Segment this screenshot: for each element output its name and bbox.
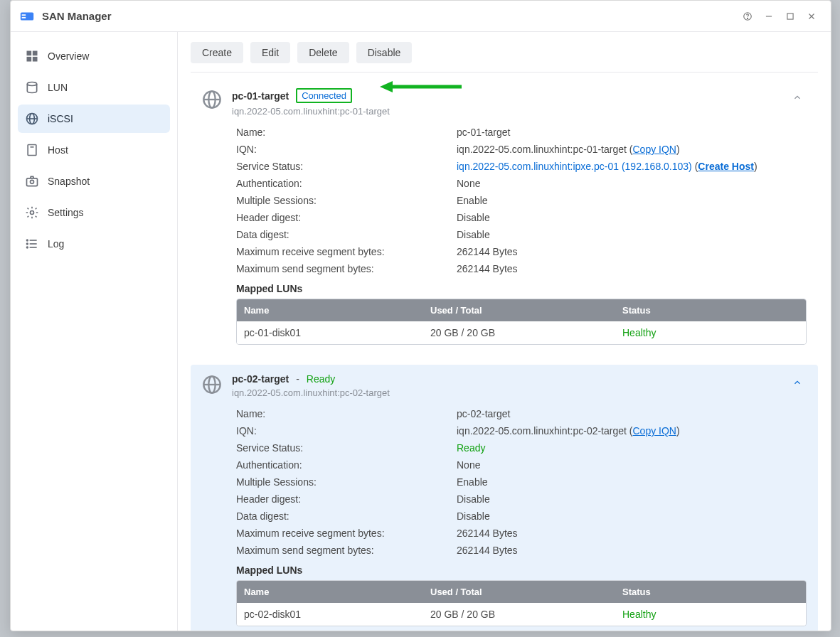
svg-point-21 — [31, 211, 34, 215]
value-max-recv: 262144 Bytes — [457, 528, 518, 539]
col-header-used: Used / Total — [423, 299, 615, 321]
collapse-toggle[interactable] — [788, 88, 807, 109]
value-data-digest: Disable — [457, 229, 490, 240]
sidebar-item-label: Snapshot — [48, 176, 90, 187]
label-data-digest: Data digest: — [236, 510, 457, 522]
value-name: pc-02-target — [457, 408, 510, 419]
gear-icon — [25, 205, 39, 220]
create-button[interactable]: Create — [191, 42, 243, 63]
label-header-digest: Header digest: — [236, 493, 457, 505]
label-service-status: Service Status: — [236, 161, 457, 172]
value-header-digest: Disable — [457, 212, 490, 223]
svg-point-26 — [27, 243, 28, 245]
svg-point-13 — [27, 82, 36, 86]
svg-rect-10 — [33, 51, 38, 56]
globe-icon — [25, 112, 39, 126]
delete-button[interactable]: Delete — [297, 42, 349, 63]
value-authentication: None — [457, 178, 480, 189]
lun-status: Healthy — [615, 321, 806, 344]
target-card[interactable]: pc-01-target Connected iqn.2022-05.com.l… — [191, 80, 818, 356]
target-iqn-sub: iqn.2022-05.com.linuxhint:pc-02-target — [232, 387, 778, 398]
status-badge-ready: Ready — [307, 373, 335, 385]
mapped-luns-heading: Mapped LUNs — [236, 564, 807, 576]
sidebar: Overview LUN iSCSI Host Snapshot Setting… — [11, 32, 178, 631]
table-row[interactable]: pc-02-disk01 20 GB / 20 GB Healthy — [237, 603, 806, 626]
svg-rect-17 — [28, 145, 36, 156]
help-button[interactable] — [737, 6, 758, 27]
minimize-button[interactable] — [758, 6, 780, 27]
svg-rect-12 — [33, 57, 38, 62]
sidebar-item-label: iSCSI — [48, 113, 73, 124]
titlebar: SAN Manager — [11, 1, 831, 32]
sidebar-item-lun[interactable]: LUN — [18, 73, 170, 102]
label-max-recv: Maximum receive segment bytes: — [236, 528, 457, 539]
label-multiple-sessions: Multiple Sessions: — [236, 476, 457, 488]
lun-table: Name Used / Total Status pc-01-disk01 20… — [236, 299, 807, 345]
label-multiple-sessions: Multiple Sessions: — [236, 195, 457, 206]
svg-rect-1 — [22, 14, 26, 16]
collapse-toggle[interactable] — [788, 373, 807, 394]
edit-button[interactable]: Edit — [250, 42, 290, 63]
label-iqn: IQN: — [236, 425, 457, 437]
lun-name: pc-01-disk01 — [237, 321, 423, 344]
label-authentication: Authentication: — [236, 178, 457, 189]
app-title: SAN Manager — [42, 10, 112, 22]
col-header-used: Used / Total — [423, 581, 615, 603]
value-iqn: iqn.2022-05.com.linuxhint:pc-01-target (… — [457, 144, 680, 155]
value-authentication: None — [457, 459, 480, 471]
col-header-status: Status — [615, 299, 806, 321]
sidebar-item-label: LUN — [48, 82, 68, 93]
svg-rect-19 — [27, 178, 38, 186]
sidebar-item-overview[interactable]: Overview — [18, 42, 170, 70]
svg-point-20 — [31, 180, 34, 183]
lun-name: pc-02-disk01 — [237, 603, 423, 626]
sidebar-item-host[interactable]: Host — [18, 136, 170, 164]
sidebar-item-iscsi[interactable]: iSCSI — [18, 105, 170, 133]
label-header-digest: Header digest: — [236, 212, 457, 223]
svg-rect-6 — [787, 13, 793, 18]
sidebar-item-label: Host — [48, 144, 68, 156]
svg-point-25 — [27, 240, 28, 241]
sidebar-item-settings[interactable]: Settings — [18, 198, 170, 227]
table-row[interactable]: pc-01-disk01 20 GB / 20 GB Healthy — [237, 321, 806, 344]
create-host-link[interactable]: Create Host — [698, 161, 754, 172]
sidebar-item-snapshot[interactable]: Snapshot — [18, 167, 170, 196]
label-authentication: Authentication: — [236, 459, 457, 471]
sidebar-item-label: Log — [48, 238, 64, 250]
target-card[interactable]: pc-02-target - Ready iqn.2022-05.com.lin… — [191, 365, 818, 631]
target-iqn-sub: iqn.2022-05.com.linuxhint:pc-01-target — [232, 106, 778, 117]
mapped-luns-heading: Mapped LUNs — [236, 283, 807, 294]
svg-rect-2 — [22, 16, 26, 18]
value-max-send: 262144 Bytes — [457, 263, 518, 274]
value-multiple-sessions: Enable — [457, 476, 488, 488]
maximize-button[interactable] — [780, 6, 801, 27]
lun-used: 20 GB / 20 GB — [423, 321, 615, 344]
globe-icon — [202, 90, 222, 109]
dashboard-icon — [25, 49, 39, 63]
label-data-digest: Data digest: — [236, 229, 457, 240]
value-service-status: iqn.2022-05.com.linuxhint:ipxe.pc-01 (19… — [457, 161, 757, 172]
label-max-recv: Maximum receive segment bytes: — [236, 246, 457, 257]
toolbar: Create Edit Delete Disable — [191, 42, 818, 73]
label-name: Name: — [236, 127, 457, 138]
svg-point-4 — [747, 18, 748, 18]
value-max-send: 262144 Bytes — [457, 545, 518, 556]
app-icon — [19, 9, 35, 24]
copy-iqn-link[interactable]: Copy IQN — [632, 144, 676, 155]
value-data-digest: Disable — [457, 510, 490, 522]
svg-rect-0 — [21, 12, 33, 20]
value-iqn: iqn.2022-05.com.linuxhint:pc-02-target (… — [457, 425, 680, 437]
lun-status: Healthy — [615, 603, 806, 626]
target-title: pc-01-target — [232, 90, 289, 102]
lun-table: Name Used / Total Status pc-02-disk01 20… — [236, 580, 807, 626]
list-icon — [25, 237, 39, 251]
sidebar-item-log[interactable]: Log — [18, 230, 170, 258]
label-iqn: IQN: — [236, 144, 457, 155]
disable-button[interactable]: Disable — [356, 42, 413, 63]
svg-point-27 — [27, 247, 28, 248]
sidebar-item-label: Overview — [48, 50, 89, 62]
main-content: Create Edit Delete Disable pc-01-target … — [178, 32, 831, 631]
close-button[interactable] — [801, 6, 822, 27]
copy-iqn-link[interactable]: Copy IQN — [632, 425, 676, 437]
label-max-send: Maximum send segment bytes: — [236, 263, 457, 274]
